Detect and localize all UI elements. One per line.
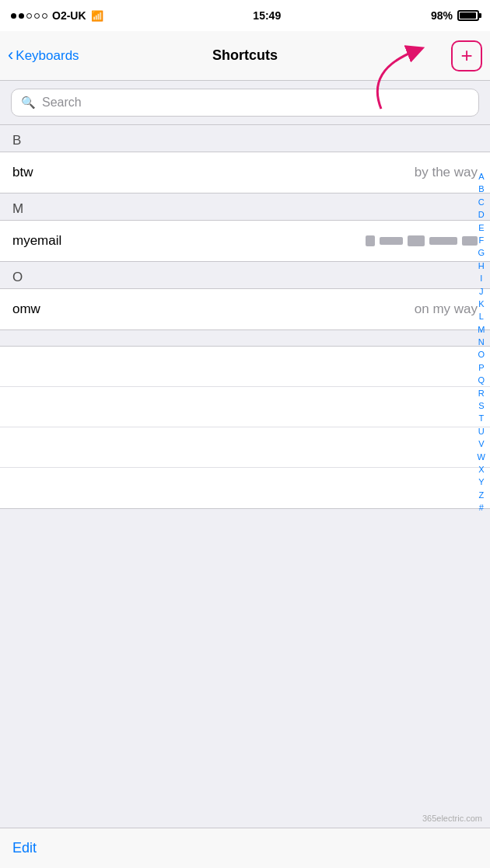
shortcut-omw: omw <box>12 302 40 317</box>
blur-block-2 <box>380 237 403 245</box>
add-icon: + <box>460 44 472 68</box>
alpha-letter-I[interactable]: I <box>480 273 482 284</box>
section-b-list: btw by the way <box>0 152 490 193</box>
empty-item-2 <box>0 387 490 427</box>
phrase-omw: on my way <box>415 302 478 317</box>
carrier-label: O2-UK <box>52 9 86 22</box>
list-item-btw[interactable]: btw by the way <box>0 152 490 193</box>
alpha-letter-#[interactable]: # <box>479 502 484 514</box>
alpha-letter-H[interactable]: H <box>478 260 485 272</box>
status-left: O2-UK 📶 <box>11 9 103 22</box>
alpha-letter-X[interactable]: X <box>478 464 484 476</box>
back-chevron-icon: ‹ <box>8 45 13 65</box>
section-header-m: M <box>0 193 490 220</box>
status-right: 98% <box>431 9 479 22</box>
alpha-letter-G[interactable]: G <box>478 247 485 259</box>
alpha-letter-Q[interactable]: Q <box>478 375 485 386</box>
blurred-email-value <box>366 235 478 246</box>
empty-item-3 <box>0 427 490 468</box>
back-label: Keyboards <box>16 48 79 64</box>
alpha-letter-F[interactable]: F <box>478 235 484 246</box>
dot4 <box>34 13 40 19</box>
search-container: 🔍 Search <box>0 81 490 125</box>
blur-block-3 <box>408 235 425 246</box>
alphabet-index[interactable]: ABCDEFGHIJKLMNOPQRSTUVWXYZ# <box>478 171 485 514</box>
section-m-list: myemail <box>0 220 490 262</box>
alpha-letter-V[interactable]: V <box>478 438 484 450</box>
empty-item-4 <box>0 468 490 508</box>
alpha-letter-L[interactable]: L <box>479 311 484 322</box>
wifi-icon: 📶 <box>91 10 103 22</box>
blur-block-1 <box>366 235 375 246</box>
list-item-myemail[interactable]: myemail <box>0 221 490 261</box>
bottom-toolbar: Edit <box>0 828 490 868</box>
blur-block-5 <box>462 236 478 246</box>
dot2 <box>19 13 24 19</box>
alpha-letter-M[interactable]: M <box>478 324 485 336</box>
add-shortcut-button[interactable]: + <box>451 40 482 71</box>
alpha-letter-B[interactable]: B <box>478 183 484 195</box>
alpha-letter-N[interactable]: N <box>478 336 485 348</box>
dot5 <box>42 13 47 19</box>
section-header-b: B <box>0 125 490 152</box>
battery-fill <box>460 12 476 19</box>
dot3 <box>26 13 32 19</box>
status-bar: O2-UK 📶 15:49 98% <box>0 0 490 31</box>
watermark: 365electric.com <box>422 814 482 823</box>
alpha-letter-D[interactable]: D <box>478 209 485 221</box>
content-area: B btw by the way M myemail O omw on my w <box>0 125 490 509</box>
search-icon: 🔍 <box>21 96 36 110</box>
alpha-letter-R[interactable]: R <box>478 388 485 399</box>
nav-title: Shortcuts <box>212 47 278 64</box>
search-placeholder: Search <box>42 96 82 110</box>
empty-list-group <box>0 346 490 509</box>
shortcut-btw: btw <box>12 165 33 180</box>
signal-dots <box>11 13 47 19</box>
alpha-letter-T[interactable]: T <box>478 413 484 424</box>
alpha-letter-P[interactable]: P <box>478 362 484 374</box>
time-label: 15:49 <box>253 9 281 22</box>
blur-block-4 <box>429 237 457 245</box>
section-o-list: omw on my way <box>0 288 490 330</box>
nav-bar: ‹ Keyboards Shortcuts + <box>0 31 490 81</box>
alpha-letter-C[interactable]: C <box>478 197 485 208</box>
alpha-letter-S[interactable]: S <box>478 400 484 412</box>
back-button[interactable]: ‹ Keyboards <box>8 47 79 65</box>
phrase-btw: by the way <box>415 165 478 180</box>
dot1 <box>11 13 16 19</box>
alpha-letter-W[interactable]: W <box>478 451 485 463</box>
alpha-letter-J[interactable]: J <box>479 286 484 298</box>
section-header-o: O <box>0 262 490 288</box>
battery-percent: 98% <box>431 9 453 22</box>
alpha-letter-K[interactable]: K <box>478 298 484 310</box>
battery-icon <box>457 10 479 21</box>
edit-button[interactable]: Edit <box>12 840 37 856</box>
search-input-wrapper[interactable]: 🔍 Search <box>11 89 479 117</box>
list-item-omw[interactable]: omw on my way <box>0 289 490 329</box>
alpha-letter-Y[interactable]: Y <box>478 476 484 488</box>
alpha-letter-U[interactable]: U <box>478 426 485 437</box>
alpha-letter-O[interactable]: O <box>478 349 485 361</box>
shortcut-myemail: myemail <box>12 233 61 249</box>
alpha-letter-E[interactable]: E <box>478 222 484 234</box>
alpha-letter-A[interactable]: A <box>478 171 484 183</box>
alpha-letter-Z[interactable]: Z <box>478 490 484 501</box>
empty-item-1 <box>0 347 490 387</box>
